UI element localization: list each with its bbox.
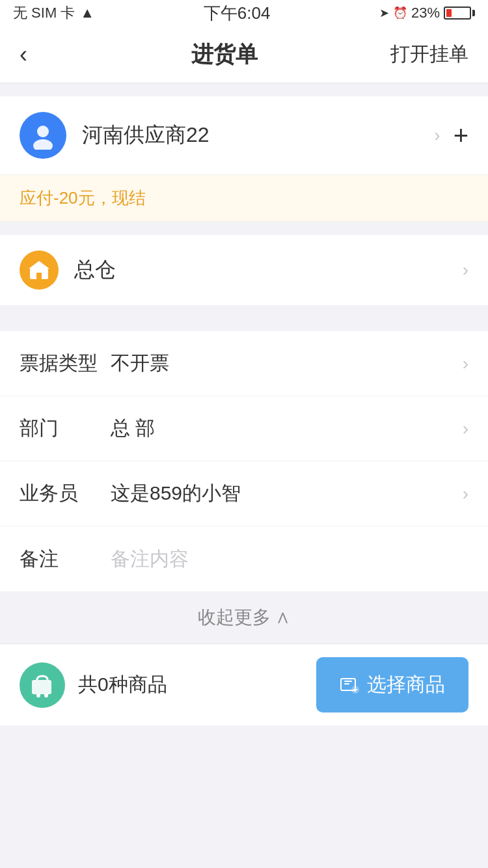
supplier-chevron-icon: › [434,125,440,146]
product-icon [20,662,65,708]
user-icon [29,121,57,150]
collapse-label: 收起更多 ∧ [198,605,291,630]
supplier-section: 河南供应商22 › + 应付-20元，现结 [0,96,488,222]
salesperson-row[interactable]: 业务员 这是859的小智 › [0,461,488,526]
warehouse-chevron-icon: › [463,260,468,280]
svg-rect-5 [32,680,51,694]
warehouse-section: 总仓 › [0,235,488,305]
department-chevron-icon: › [463,418,468,439]
select-product-icon [340,675,359,695]
warehouse-svg-icon [27,258,51,282]
status-bar: 无 SIM 卡 ▲ 下午6:04 ➤ ⏰ 23% [0,0,488,26]
select-product-button[interactable]: 选择商品 [316,657,468,712]
svg-marker-3 [29,261,49,269]
info-banner: 应付-20元，现结 [0,175,488,222]
back-button[interactable]: ‹ [20,41,59,68]
invoice-type-chevron-icon: › [463,353,468,374]
warehouse-name: 总仓 [74,256,463,284]
cart-icon [29,672,55,698]
nav-bar: ‹ 进货单 打开挂单 [0,26,488,83]
middle-gap1 [0,222,488,235]
product-count: 共0种商品 [78,671,316,698]
supplier-name: 河南供应商22 [82,121,434,150]
middle-gap2 [0,305,488,318]
remark-row[interactable]: 备注 备注内容 [0,526,488,591]
add-supplier-button[interactable]: + [454,121,468,150]
form-section: 票据类型 不开票 › 部门 总 部 › 业务员 这是859的小智 › 备注 备注… [0,331,488,591]
invoice-type-row[interactable]: 票据类型 不开票 › [0,331,488,396]
department-value: 总 部 [111,415,463,442]
invoice-type-label: 票据类型 [20,350,111,377]
warehouse-icon [20,251,59,290]
page-title: 进货单 [191,40,258,70]
alarm-icon: ⏰ [393,6,407,20]
bottom-bar: 共0种商品 选择商品 [0,644,488,726]
wifi-icon: ▲ [80,5,94,21]
collapse-bar[interactable]: 收起更多 ∧ [0,591,488,644]
remark-label: 备注 [20,546,111,573]
department-row[interactable]: 部门 总 部 › [0,396,488,461]
svg-point-1 [33,139,53,150]
department-label: 部门 [20,415,111,442]
select-product-label: 选择商品 [367,671,445,698]
svg-rect-4 [36,273,42,279]
status-left: 无 SIM 卡 ▲ [13,3,94,23]
no-sim-label: 无 SIM 卡 [13,3,75,23]
battery-percent: 23% [411,5,440,21]
salesperson-label: 业务员 [20,480,111,507]
warehouse-row[interactable]: 总仓 › [0,235,488,305]
open-pending-button[interactable]: 打开挂单 [390,41,468,68]
page-background [0,726,488,868]
status-right: ➤ ⏰ 23% [379,5,475,21]
svg-point-7 [44,694,48,698]
supplier-row[interactable]: 河南供应商22 › + [0,96,488,175]
svg-point-6 [36,694,40,698]
salesperson-value: 这是859的小智 [111,480,463,507]
top-gap [0,83,488,96]
svg-point-0 [37,126,49,137]
remark-placeholder: 备注内容 [111,546,468,573]
supplier-avatar [20,112,66,159]
status-time: 下午6:04 [204,2,271,25]
battery-icon [444,7,475,20]
location-icon: ➤ [379,6,389,20]
salesperson-chevron-icon: › [463,483,468,504]
invoice-type-value: 不开票 [111,350,463,377]
